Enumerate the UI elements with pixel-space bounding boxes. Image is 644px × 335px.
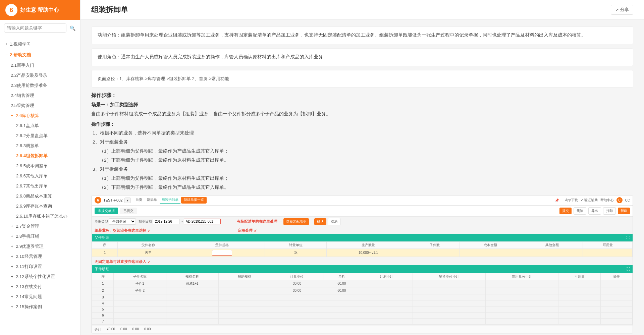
screenshot-container: 6 TEST-H002 ▾ 自页 新添单 组装拆卸单 新建单据一览 📌 ⚏ Ap… (91, 195, 633, 334)
path-intro-text: 页面路径：1、库存核算->库存管理->组装拆卸单 2、首页->常用功能 (98, 76, 229, 81)
total-qty2: 0.00 (132, 327, 139, 332)
sidebar-item-label: 2.10经营管理 (16, 254, 42, 259)
date-to-input[interactable] (184, 219, 221, 224)
total-qty1: 0.00 (120, 327, 127, 332)
select-bom-btn[interactable]: 选择装配清单 (283, 218, 309, 225)
step2: 2、对于组装业务 (93, 138, 633, 146)
sidebar-item-label: 2.2产品安装及登录 (11, 73, 47, 78)
upper-section-icon: ⛶ (626, 235, 630, 239)
function-intro-block: 功能介绍：组装拆卸单用来处理企业组装或拆卸等加工业务，支持有固定装配清单的产品加… (91, 26, 633, 44)
sidebar-item-mobile[interactable]: + 2.8手机旺铺 (0, 231, 80, 241)
parent-spec-input[interactable] (212, 250, 232, 256)
sidebar-item-business[interactable]: + 2.10经营管理 (0, 252, 80, 262)
sidebar-item-label: 2.6.5成本调整单 (16, 163, 48, 168)
sidebar-item-cases[interactable]: + 2.15操作案例 (0, 302, 80, 312)
sidebar-item-stock-query[interactable]: 2.6.9库存账本查询 (0, 201, 80, 211)
lower-table-row-6[interactable]: 6 (92, 312, 633, 318)
sidebar-item-split-stocktake[interactable]: 2.6.2分量盘点单 (0, 131, 80, 141)
sidebar-item-adjust[interactable]: 2.6.3调拨单 (0, 141, 80, 151)
cancel-btn[interactable]: 取消 (328, 218, 340, 225)
sidebar-item-install[interactable]: 2.2产品安装及登录 (0, 70, 80, 80)
menu-home[interactable]: 自页 (133, 197, 144, 204)
date-label: 制单日期 (139, 219, 152, 224)
main-content-area: 组装拆卸单 ↗ 分享 功能介绍：组装拆卸单用来处理企业组装或拆卸等加工业务，支持… (80, 0, 644, 335)
upper-table-row[interactable]: 1 关羊 双 10,000+ v1.1 (92, 248, 633, 257)
lower-table-row-5[interactable]: 5 (92, 306, 633, 312)
sidebar-item-data-prep[interactable]: 2.3使用前数据准备 (0, 80, 80, 91)
share-button[interactable]: ↗ 分享 (611, 5, 633, 15)
upper-table-header-row: 序 父件名称 父件规格 计量单位 生产数量 子件数 成本金额 其他金额 可用量 (92, 241, 633, 248)
sidebar-item-beginner[interactable]: 2.1新手入门 (0, 60, 80, 70)
lower-table-row-1[interactable]: 1子件1规格1+130:0060:00 (92, 280, 633, 287)
sidebar-item-coupon[interactable]: + 2.9优惠券管理 (0, 241, 80, 252)
sidebar-item-label: 2.6.1盘点单 (16, 123, 39, 128)
date-from-input[interactable] (153, 219, 180, 224)
cell-seq: 1 (92, 248, 118, 257)
lower-table-row-4[interactable]: 4 (92, 300, 633, 306)
sidebar-item-label: 2.13在线支付 (16, 284, 42, 289)
annotation3-text: 启用处理 (238, 228, 253, 233)
col-seq: 序 (92, 273, 114, 280)
col-parent-spec: 父件规格 (179, 241, 265, 248)
export-btn[interactable]: 导出 (588, 207, 601, 215)
sidebar-item-inventory[interactable]: − 2.6库存核算 (0, 111, 80, 121)
menu-add[interactable]: 新添单 (145, 197, 159, 204)
print-btn[interactable]: 打印 (603, 207, 616, 215)
sidebar-item-video[interactable]: + 1.视频学习 (0, 39, 80, 50)
date-field: 制单日期 ~ (139, 219, 221, 224)
confirm-btn[interactable]: 确认 (314, 218, 326, 225)
date-separator: ~ (181, 220, 183, 223)
sidebar: 6 好生意 帮助中心 🔍 + 1.视频学习 − 2.帮助文档 2.1新手入门 2… (0, 0, 80, 335)
sidebar-item-cost-adjust[interactable]: 2.6.5成本调整单 (0, 161, 80, 171)
share-icon: ↗ (615, 7, 619, 12)
company-selector[interactable]: ▾ (124, 198, 131, 203)
sidebar-item-label: 2.15操作案例 (16, 304, 42, 309)
sidebar-item-purchase[interactable]: 2.5采购管理 (0, 101, 80, 111)
upper-section-header: 父件明细 ⛶ (92, 234, 633, 241)
menu-assembly[interactable]: 组装拆卸单 (160, 197, 180, 204)
lower-table-row-7[interactable]: 7 (92, 318, 633, 324)
cell-qty: 10,000+ v1.1 (326, 248, 410, 257)
order-type-select[interactable]: 全部单据 (109, 218, 136, 225)
new-btn[interactable]: 新建 (618, 208, 630, 214)
lower-table-row-2[interactable]: 2子件 230:0060:00 (92, 287, 633, 294)
cell-child-count (410, 248, 460, 257)
role-intro-text: 使用角色：通常由生产人员或库管人员完成拆装业务的操作，库管人员确认原材料的出库和… (98, 54, 323, 59)
sidebar-item-assembly[interactable]: 2.6.4组装拆卸单 (0, 151, 80, 161)
sidebar-item-other-out[interactable]: 2.6.7其他出库单 (0, 181, 80, 191)
tab-unsubmitted[interactable]: 未提交单据 (95, 208, 118, 214)
new-entry-btn[interactable]: 新建单据一览 (181, 197, 207, 204)
process-annotation-row: 组装业务、拆卸业务在这里选择 ↙ 启用处理 ↙ (92, 227, 633, 234)
step3a: （1）上部明细为父件明细，最终作为原材料生成其它出库单； (93, 175, 633, 182)
lower-table-row-3[interactable]: 3 (92, 294, 633, 300)
tab-submitted[interactable]: 已提交 (120, 208, 137, 214)
delete-btn[interactable]: 删除 (574, 207, 586, 215)
search-input[interactable] (4, 23, 66, 33)
search-button[interactable]: 🔍 (68, 25, 77, 32)
sidebar-item-label: 2.7资金管理 (16, 224, 39, 229)
submit-btn[interactable]: 提交 (559, 208, 572, 214)
sidebar-item-label: 2.4销售管理 (11, 93, 34, 98)
sidebar-item-label: 2.5采购管理 (11, 103, 34, 108)
app-top-right: 📌 ⚏ App下载 ✓ 验证辅助 帮助中心 C CC (555, 197, 630, 203)
sidebar-item-sales[interactable]: 2.4销售管理 (0, 91, 80, 101)
col-child-name: 子件名称 (114, 273, 166, 280)
lower-section-icon: ⛶ (626, 267, 630, 271)
sidebar-item-personalize[interactable]: + 2.12系统个性化设置 (0, 272, 80, 282)
sidebar-item-cost-calc[interactable]: 2.6.8商品成本重算 (0, 191, 80, 201)
step2b: （2）下部明细为子件明细，最终作为原材料生成其它出库单。 (93, 157, 633, 164)
scene1-steps-title: 操作步骤： (91, 121, 633, 127)
sidebar-item-print[interactable]: + 2.11打印设置 (0, 262, 80, 272)
sidebar-nav: + 1.视频学习 − 2.帮助文档 2.1新手入门 2.2产品安装及登录 2.3… (0, 36, 80, 335)
sidebar-item-payment[interactable]: + 2.13在线支付 (0, 282, 80, 292)
sidebar-item-finance[interactable]: + 2.7资金管理 (0, 221, 80, 231)
sidebar-item-help-doc[interactable]: − 2.帮助文档 (0, 50, 80, 60)
app-title: 好生意 帮助中心 (20, 7, 59, 14)
main-content: 功能介绍：组装拆卸单用来处理企业组装或拆卸等加工业务，支持有固定装配清单的产品加… (80, 20, 644, 335)
sidebar-item-account-err[interactable]: 2.6.10库存账本错了怎么办 (0, 211, 80, 221)
sidebar-item-stocktake[interactable]: 2.6.1盘点单 (0, 121, 80, 131)
cell-parent-spec (179, 248, 265, 257)
sidebar-item-faq[interactable]: + 2.14常见问题 (0, 292, 80, 302)
sidebar-header: 6 好生意 帮助中心 (0, 0, 80, 20)
sidebar-item-other-in[interactable]: 2.6.6其他入库单 (0, 171, 80, 181)
